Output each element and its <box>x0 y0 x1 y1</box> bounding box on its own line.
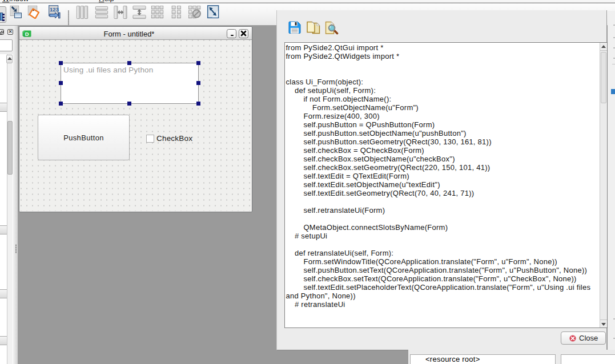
svg-text:D: D <box>25 31 29 37</box>
svg-text:123: 123 <box>50 6 59 13</box>
